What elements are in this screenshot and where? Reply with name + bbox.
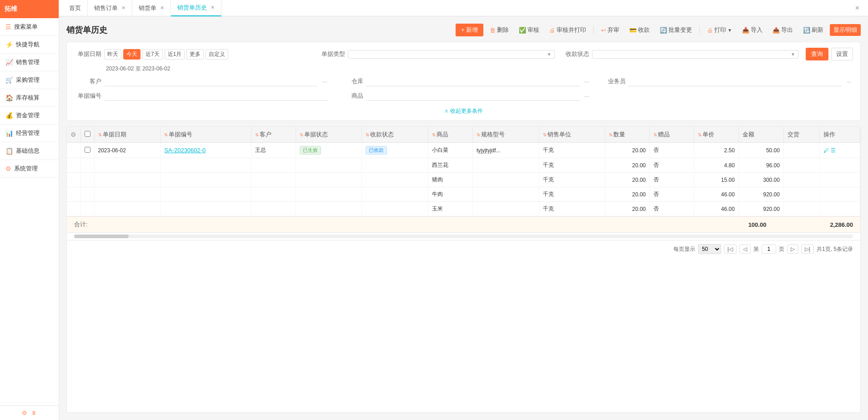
customer-dots-icon[interactable]: ··· [320, 77, 329, 86]
th-checkbox[interactable] [80, 127, 94, 143]
th-qty[interactable]: ⇅数量 [605, 127, 650, 143]
new-button[interactable]: + 新增 [456, 24, 483, 36]
delete-button[interactable]: 🗑 删除 [486, 24, 512, 36]
select-all-checkbox[interactable] [85, 131, 90, 137]
total-pages-label: 页 [779, 245, 784, 253]
batch-change-label: 批量变更 [668, 26, 692, 34]
td-collect-status-1 [362, 158, 428, 173]
sidebar-collapse-icon[interactable]: ⏸ [31, 410, 37, 416]
th-gift[interactable]: ⇅赠品 [650, 127, 694, 143]
prev-page-button[interactable]: ◁ [739, 245, 751, 254]
salesperson-input[interactable] [628, 76, 842, 86]
tab-home[interactable]: 首页 [63, 0, 88, 16]
sidebar-item-inventory[interactable]: 🏠 库存核算 [0, 89, 59, 107]
sidebar-item-search-menu[interactable]: ☰ 搜索菜单 [0, 18, 59, 36]
sidebar-settings-icon[interactable]: ⚙ [22, 410, 27, 416]
first-page-button[interactable]: |◁ [724, 245, 737, 254]
td-checkbox-3[interactable] [80, 187, 94, 202]
th-customer[interactable]: ⇅客户 [251, 127, 296, 143]
warehouse-dots-icon[interactable]: ··· [582, 77, 591, 86]
tab-sales-history[interactable]: 销货单历史 ✕ [171, 0, 221, 16]
last-page-button[interactable]: ▷| [801, 245, 814, 254]
settings-gear-icon[interactable]: ⚙ [70, 131, 76, 138]
settings-button[interactable]: 设置 [831, 48, 853, 60]
scroll-container [74, 235, 853, 238]
th-unit-price[interactable]: ⇅单价 [694, 127, 739, 143]
show-detail-button[interactable]: 显示明细 [830, 24, 861, 36]
abandon-label: 弃审 [607, 26, 619, 34]
th-settings[interactable]: ⚙ [67, 127, 80, 143]
sys-mgmt-icon: ⚙ [5, 165, 11, 172]
tab-sales-delivery[interactable]: 销货单 ✕ [132, 0, 171, 16]
th-collect-status[interactable]: ⇅收款状态 [362, 127, 428, 143]
sidebar-item-finance[interactable]: 💰 资金管理 [0, 107, 59, 125]
more-op-button[interactable]: ☰ [831, 147, 836, 154]
tab-sales-history-close[interactable]: ✕ [211, 5, 215, 10]
abandon-button[interactable]: ↩ 弃审 [597, 24, 623, 36]
sidebar-item-sales-mgmt[interactable]: 📈 销售管理 [0, 54, 59, 71]
row-checkbox-0[interactable] [85, 147, 90, 153]
print-arrow-icon: ▼ [728, 28, 732, 33]
date-btn-1month[interactable]: 近1月 [165, 49, 185, 60]
td-checkbox-1[interactable] [80, 158, 94, 173]
salesperson-dots-icon[interactable]: ··· [844, 77, 853, 86]
filter-collect-status-item: 收款状态 ▼ [562, 50, 798, 59]
date-btn-today[interactable]: 今天 [123, 49, 140, 60]
goods-dots-icon[interactable]: ··· [582, 92, 591, 100]
th-goods[interactable]: ⇅商品 [428, 127, 473, 143]
th-date[interactable]: ⇅单据日期 [94, 127, 161, 143]
date-btn-7days[interactable]: 近7天 [142, 49, 163, 60]
scroll-thumb[interactable] [74, 235, 129, 238]
import-button[interactable]: 📥 导入 [738, 24, 766, 36]
goods-input[interactable] [366, 91, 579, 101]
date-btn-more[interactable]: 更多 [186, 49, 204, 60]
tab-sales-order-close[interactable]: ✕ [121, 5, 125, 11]
export-button[interactable]: 📤 导出 [769, 24, 797, 36]
tab-bar: 首页 销售订单 ✕ 销货单 ✕ 销货单历史 ✕ ✕ [59, 0, 868, 16]
main-area: 首页 销售订单 ✕ 销货单 ✕ 销货单历史 ✕ ✕ 销货单历史 + 新增 🗑 删… [59, 0, 868, 420]
td-checkbox-2[interactable] [80, 173, 94, 187]
edit-op-button[interactable]: 🖊 [823, 147, 829, 154]
tab-sales-delivery-close[interactable]: ✕ [160, 5, 164, 11]
collect-status-select[interactable]: ▼ [592, 50, 798, 59]
docno-input[interactable] [104, 91, 329, 101]
per-page-select[interactable]: 50 100 200 [698, 244, 721, 254]
batch-change-button[interactable]: 🔄 批量变更 [656, 24, 696, 36]
th-doc-no[interactable]: ⇅单据编号 [161, 127, 251, 143]
td-customer-0: 王总 [251, 143, 296, 158]
filter-date-item: 单据日期 昨天 今天 近7天 近1月 更多 自定义 [74, 49, 311, 60]
sidebar-item-base-info[interactable]: 📋 基础信息 [0, 142, 59, 160]
filter-row-1: 单据日期 昨天 今天 近7天 近1月 更多 自定义 单据类型 ▼ [74, 48, 853, 60]
th-doc-status[interactable]: ⇅单据状态 [296, 127, 362, 143]
td-checkbox-0[interactable] [80, 143, 94, 158]
tab-sales-order[interactable]: 销售订单 ✕ [88, 0, 132, 16]
warehouse-input[interactable] [366, 76, 579, 86]
query-button[interactable]: 查询 [806, 48, 828, 60]
customer-input[interactable] [104, 76, 317, 86]
doc-no-link[interactable]: SA-20230602-0 [164, 147, 206, 154]
th-unit[interactable]: ⇅销售单位 [539, 127, 605, 143]
sidebar-item-quick-nav[interactable]: ⚡ 快捷导航 [0, 36, 59, 54]
sidebar-item-purchase-mgmt[interactable]: 🛒 采购管理 [0, 71, 59, 89]
collect-status-badge: 已收款 [366, 146, 387, 155]
doc-type-select[interactable]: ▼ [348, 50, 554, 59]
refresh-button[interactable]: 🔃 刷新 [799, 24, 827, 36]
audit-print-button[interactable]: 🖨 审核并打印 [546, 24, 590, 36]
collapse-row[interactable]: ∧ 收起更多条件 [74, 105, 853, 115]
td-checkbox-4[interactable] [80, 202, 94, 216]
sidebar-item-operations[interactable]: 📊 经营管理 [0, 125, 59, 142]
table-scroll-bar [67, 232, 860, 240]
audit-button[interactable]: ✅ 审核 [515, 24, 543, 36]
date-range-display: 2023-06-02 至 2023-06-02 [106, 65, 853, 73]
audit-icon: ✅ [519, 27, 526, 34]
date-btn-custom[interactable]: 自定义 [206, 49, 228, 60]
print-button[interactable]: 🖨 打印 ▼ [703, 24, 736, 36]
close-all-tabs-button[interactable]: ✕ [850, 5, 864, 11]
date-btn-yesterday[interactable]: 昨天 [104, 49, 121, 60]
page-number-input[interactable] [762, 245, 776, 254]
sort-date-icon: ⇅ [98, 132, 102, 137]
next-page-button[interactable]: ▷ [787, 245, 798, 254]
collect-button[interactable]: 💳 收款 [626, 24, 653, 36]
th-spec[interactable]: ⇅规格型号 [472, 127, 539, 143]
sidebar-item-sys-mgmt[interactable]: ⚙ 系统管理 [0, 160, 59, 178]
